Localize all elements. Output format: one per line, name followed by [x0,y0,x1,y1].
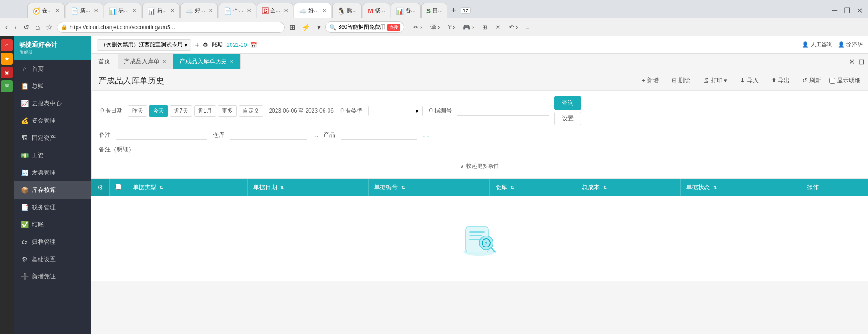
tab-10[interactable]: M 畅... [363,3,390,18]
user-service-button[interactable]: 👤 人工咨询 [802,41,832,49]
app-icon-2[interactable]: ★ [1,53,13,65]
warehouse-dots[interactable]: ... [312,131,318,139]
detail-note-input[interactable] [140,144,231,154]
period-value[interactable]: 2021-10 [226,42,247,48]
product-dots[interactable]: ... [423,131,429,139]
sidebar-item-reports[interactable]: 📈 云报表中心 [14,95,91,112]
import-button[interactable]: ⬇ 导入 [735,75,763,87]
panel-close-button[interactable]: ✕ [849,57,855,66]
sidebar-item-archive[interactable]: 🗂 归档管理 [14,233,91,251]
voucher-type-dropdown[interactable]: ▾ [368,106,423,116]
tab-3[interactable]: 📊 易... ✕ [104,3,141,18]
yuan-button[interactable]: ¥ › [445,23,457,31]
tab-11[interactable]: 📊 各... [391,3,421,18]
grid-button[interactable]: ⊞ [479,23,490,31]
game-button[interactable]: 🎮 › [460,23,477,31]
tab-3-close[interactable]: ✕ [132,8,136,14]
breadcrumb-tab-list[interactable]: 产成品入库单 ✕ [118,54,173,69]
tab-5[interactable]: ☁️ 好... ✕ [180,3,218,18]
theme-button[interactable]: ☀ [493,23,503,31]
date-btn-more[interactable]: 更多 [218,105,237,117]
back-button[interactable]: ‹ [4,22,10,32]
query-button[interactable]: 查询 [554,96,581,110]
sidebar-item-payroll[interactable]: 💵 工资 [14,147,91,164]
extensions-button[interactable]: ⊞ [288,22,297,32]
home-button[interactable]: ⌂ [34,22,42,32]
add-company-button[interactable]: + [195,41,199,49]
address-input[interactable]: 🔒 https://cloud.chanjet.com/accounting/u… [57,22,285,33]
breadcrumb-tab-history-close[interactable]: ✕ [230,59,234,65]
delete-button[interactable]: ⊟ 删除 [667,75,695,87]
panel-expand-button[interactable]: ⊡ [858,57,864,66]
flash-button[interactable]: ⚡ [300,22,313,32]
th-no[interactable]: 单据编号 ⇅ [369,179,489,196]
th-checkbox[interactable] [109,179,127,196]
app-icon-4[interactable]: ✉ [1,80,13,92]
tab-7-close[interactable]: ✕ [284,8,288,14]
sidebar-item-home[interactable]: ⌂ 首页 [14,60,91,77]
translate-button[interactable]: 译 › [427,22,442,32]
warehouse-input[interactable] [230,130,307,140]
settings-gear-button[interactable]: ⚙ [203,41,208,48]
user-avatar[interactable]: 👤 徐泽华 [838,41,863,49]
sidebar-item-tax[interactable]: 📑 税务管理 [14,199,91,216]
dropdown-button[interactable]: ▾ [315,22,323,32]
date-btn-week[interactable]: 近7天 [170,105,192,117]
tab-2[interactable]: 📄 新... ✕ [66,3,103,18]
calendar-icon[interactable]: 📅 [250,42,257,48]
note-input[interactable] [116,130,207,140]
menu-button[interactable]: ≡ [523,23,532,31]
tab-2-close[interactable]: ✕ [94,8,98,14]
app-icon-3[interactable]: ◉ [1,67,13,78]
sidebar-item-invoice[interactable]: 🧾 发票管理 [14,164,91,181]
product-input[interactable] [341,130,417,140]
date-btn-yesterday[interactable]: 昨天 [128,105,147,117]
filter-settings-button[interactable]: 设置 [554,112,581,125]
company-selector[interactable]: （勿删勿禁用）江西服宝测试专用 ▾ [97,39,191,51]
th-date[interactable]: 单据日期 ⇅ [247,179,368,196]
search-box[interactable]: 🔍 360智能抠图免费用 热搜 [325,21,404,33]
refresh-button[interactable]: ↺ 刷新 [798,75,826,87]
tab-4[interactable]: 📊 易... ✕ [142,3,180,18]
th-type[interactable]: 单据类型 ⇅ [127,179,247,196]
scissors-button[interactable]: ✂ › [411,23,425,31]
th-warehouse[interactable]: 仓库 ⇅ [489,179,576,196]
date-btn-custom[interactable]: 自定义 [239,105,263,117]
tab-4-close[interactable]: ✕ [170,8,175,14]
tab-1-close[interactable]: ✕ [56,8,60,14]
select-all-checkbox[interactable] [115,184,121,190]
sidebar-item-newbill[interactable]: ➕ 新增凭证 [14,268,91,285]
maximize-button[interactable]: ❐ [842,5,852,16]
tab-6[interactable]: 📄 个... ✕ [219,3,256,18]
th-cost[interactable]: 总成本 ⇅ [576,179,680,196]
sidebar-item-settings[interactable]: ⚙ 基础设置 [14,251,91,268]
print-button[interactable]: 🖨 打印 ▾ [699,75,732,87]
bookmark-button[interactable]: ☆ [44,22,54,32]
date-btn-today[interactable]: 今天 [149,105,168,117]
sidebar-item-checkout[interactable]: ✅ 结账 [14,216,91,233]
th-status[interactable]: 单据状态 ⇅ [680,179,801,196]
tab-7[interactable]: 🄲 企... ✕ [257,3,293,18]
collapse-button[interactable]: ∧ 收起更多条件 [99,159,860,173]
voucher-no-input[interactable] [457,106,549,116]
tab-5-close[interactable]: ✕ [209,8,213,14]
sidebar-item-fixed[interactable]: 🏗 固定资产 [14,129,91,147]
tab-8[interactable]: ☁️ 好... ✕ [294,3,331,18]
export-button[interactable]: ⬆ 导出 [767,75,795,87]
breadcrumb-home[interactable]: 首页 [91,54,118,69]
reload-button[interactable]: ↺ [21,22,31,32]
close-button[interactable]: ✕ [855,5,864,16]
tab-1[interactable]: 🧭 在... ✕ [27,3,65,18]
tab-6-close[interactable]: ✕ [247,8,251,14]
tab-9[interactable]: 🐧 腾... [332,3,362,18]
minimize-button[interactable]: ─ [831,5,839,15]
tab-12[interactable]: S 目... [421,3,447,18]
undo-button[interactable]: ↶ › [506,23,520,31]
breadcrumb-tab-list-close[interactable]: ✕ [162,59,166,65]
display-detail-checkbox[interactable] [829,78,835,84]
sidebar-item-funds[interactable]: 💰 资金管理 [14,112,91,129]
app-icon-1[interactable]: ○ [1,39,13,51]
sidebar-item-inventory[interactable]: 📦 库存核算 [14,181,91,199]
th-gear[interactable]: ⚙ [91,179,109,196]
add-button[interactable]: + 新增 [637,75,663,87]
